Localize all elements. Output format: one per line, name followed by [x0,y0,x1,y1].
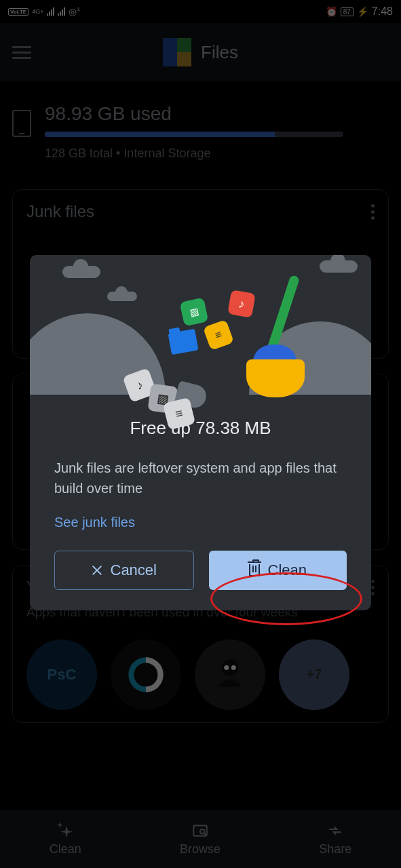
cloud-icon [107,292,137,301]
trash-icon [249,564,260,576]
photo-icon: ▨ [180,298,209,327]
cloud-icon [62,266,100,278]
dialog-illustration: ▨ ♪ ≡ ♪ ▨ ≡ [30,255,371,395]
music-icon: ♪ [227,290,256,318]
close-icon [92,565,102,576]
cloud-icon [320,260,358,273]
see-junk-link[interactable]: See junk files [54,515,347,530]
dialog-desc: Junk files are leftover system and app f… [54,458,347,498]
cancel-button[interactable]: Cancel [54,551,194,590]
clean-label: Clean [268,561,307,579]
clean-button[interactable]: Clean [209,551,347,590]
cancel-label: Cancel [111,561,157,579]
folder-icon [168,329,199,355]
dialog-title: Free up 78.38 MB [54,418,347,439]
clean-dialog: ▨ ♪ ≡ ♪ ▨ ≡ Free up 78.38 MB Junk files … [30,255,371,610]
doc-icon: ≡ [203,319,234,351]
